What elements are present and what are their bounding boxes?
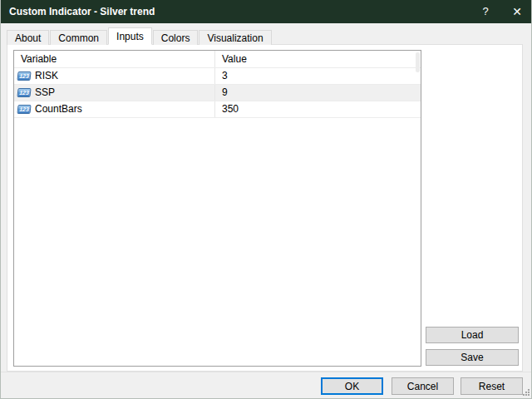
column-header-value: Value <box>214 51 421 67</box>
save-button[interactable]: Save <box>426 349 519 366</box>
tab-page: Variable Value 123RISK3123SSP9123CountBa… <box>7 44 523 372</box>
variable-value[interactable]: 3 <box>214 68 421 84</box>
column-header-variable: Variable <box>14 51 214 67</box>
numeric-123-icon: 123 <box>17 88 31 97</box>
variable-name: CountBars <box>35 101 82 117</box>
variable-name: RISK <box>35 68 58 84</box>
tab-common[interactable]: Common <box>50 30 107 45</box>
variable-cell: 123RISK <box>14 68 214 84</box>
ok-button[interactable]: OK <box>321 377 383 395</box>
scrollbar-thumb[interactable] <box>416 52 420 72</box>
cancel-button[interactable]: Cancel <box>392 377 454 395</box>
window-title: Custom Indicator - Silver trend <box>9 0 155 23</box>
load-button[interactable]: Load <box>426 327 519 343</box>
tab-about[interactable]: About <box>7 30 49 45</box>
numeric-123-icon: 123 <box>17 105 31 114</box>
tab-colors[interactable]: Colors <box>153 30 199 45</box>
help-button[interactable]: ? <box>472 0 499 23</box>
resize-grip[interactable] <box>523 389 531 397</box>
tab-bar: AboutCommonInputsColorsVisualization <box>7 27 273 45</box>
table-header-row: Variable Value <box>14 51 421 68</box>
variable-value[interactable]: 350 <box>214 101 421 117</box>
variable-name: SSP <box>35 85 55 101</box>
tab-inputs[interactable]: Inputs <box>108 27 152 45</box>
reset-button[interactable]: Reset <box>461 377 523 395</box>
tab-visualization[interactable]: Visualization <box>199 30 271 45</box>
variable-cell: 123CountBars <box>14 101 214 117</box>
close-button[interactable]: ✕ <box>504 0 530 23</box>
table-body: 123RISK3123SSP9123CountBars350 <box>14 68 421 118</box>
variable-value[interactable]: 9 <box>214 85 421 101</box>
table-row[interactable]: 123SSP9 <box>14 85 421 101</box>
footer-bar: OK Cancel Reset <box>1 372 532 399</box>
inputs-table: Variable Value 123RISK3123SSP9123CountBa… <box>13 50 421 367</box>
custom-indicator-dialog: Custom Indicator - Silver trend ? ✕ Abou… <box>0 0 532 399</box>
table-row[interactable]: 123RISK3 <box>14 68 421 85</box>
titlebar[interactable]: Custom Indicator - Silver trend ? ✕ <box>1 0 532 23</box>
variable-cell: 123SSP <box>14 85 214 101</box>
numeric-123-icon: 123 <box>17 71 31 81</box>
table-row[interactable]: 123CountBars350 <box>14 101 421 118</box>
